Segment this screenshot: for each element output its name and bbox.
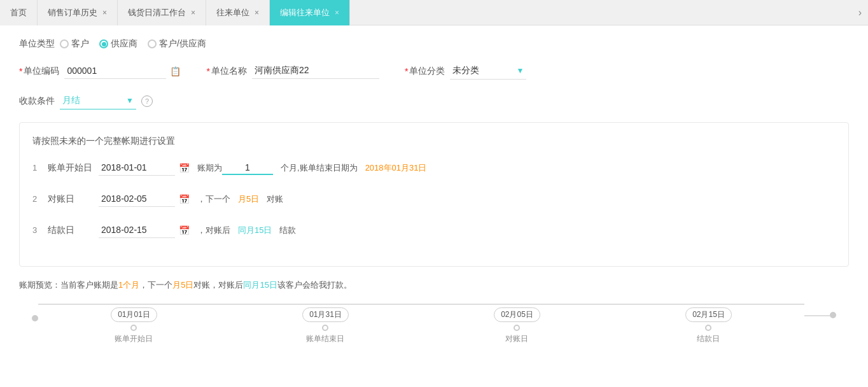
radio-supplier-label: 供应商 xyxy=(111,38,137,50)
unit-category-group: * 单位分类 未分类 ▼ xyxy=(405,62,526,80)
preview-part2-prefix: ，下一个 xyxy=(139,280,172,290)
preview-part4: 该客户会给我打款。 xyxy=(277,280,352,290)
preview-label: 账期预览：当前客户账期是 xyxy=(19,280,118,290)
timeline-spacer-1 xyxy=(38,304,230,305)
preview-text: 账期预览：当前客户账期是1个月，下一个月5日对账，对账后同月15日该客户会给我打… xyxy=(19,279,849,291)
tab-expand-icon[interactable]: › xyxy=(852,7,868,18)
timeline-spacer-4 xyxy=(613,304,804,305)
payment-condition-label: 收款条件 xyxy=(19,95,55,107)
period-label-1: 账单开始日 xyxy=(48,162,99,174)
radio-both[interactable]: 客户/供应商 xyxy=(148,38,206,50)
tab-sales-history-label: 销售订单历史 xyxy=(48,7,97,18)
payment-condition-select[interactable]: 月结 ▼ xyxy=(60,92,136,109)
unit-name-required: * xyxy=(206,66,209,76)
period-num-1: 1 xyxy=(32,163,48,172)
tab-bar: 首页 销售订单历史 × 钱货日清工作台 × 往来单位 × 编辑往来单位 × › xyxy=(0,0,868,25)
timeline-node-3: 02月05日 对账日 xyxy=(494,307,540,344)
unit-type-label: 单位类型 xyxy=(19,38,55,50)
timeline-line-1 xyxy=(38,304,230,305)
preview-part2: 月5日 xyxy=(172,280,193,290)
period-row-3: 3 结款日 📅 ，对账后 同月15日 结款 xyxy=(32,222,829,238)
tab-edit-partner[interactable]: 编辑往来单位 × xyxy=(270,0,350,25)
unit-category-select[interactable]: 未分类 ▼ xyxy=(450,62,526,80)
help-icon[interactable]: ? xyxy=(141,95,153,107)
timeline-node-2-dot xyxy=(322,325,328,331)
preview-part3: 同月15日 xyxy=(243,280,277,290)
timeline-line-3 xyxy=(421,304,613,305)
timeline-right-dot-wrapper xyxy=(830,312,836,318)
period-date-input-2[interactable] xyxy=(99,191,175,207)
timeline-spacer-2 xyxy=(230,304,421,305)
radio-customer[interactable]: 客户 xyxy=(60,38,89,50)
unit-code-group: * 单位编码 📋 xyxy=(19,63,181,79)
timeline-line-2 xyxy=(230,304,421,305)
period-desc-suffix-1: 个月,账单结束日期为 xyxy=(281,162,358,174)
radio-supplier-circle xyxy=(99,39,108,48)
timeline-node-1-label: 01月01日 xyxy=(111,307,157,322)
timeline-node-2: 01月31日 账单结束日 xyxy=(302,307,349,344)
timeline-node-1: 01月01日 账单开始日 xyxy=(111,307,157,344)
tab-sales-history[interactable]: 销售订单历史 × xyxy=(38,0,118,25)
tab-cash-work-close[interactable]: × xyxy=(191,8,195,17)
period-cal-icon-3[interactable]: 📅 xyxy=(179,225,190,236)
timeline-node-1-dot xyxy=(130,325,137,331)
timeline-end-line xyxy=(804,315,830,316)
period-desc-suffix-3: 结款 xyxy=(279,225,296,236)
unit-type-radio-group: 客户 供应商 客户/供应商 xyxy=(60,38,206,50)
period-num-input-1[interactable] xyxy=(222,161,273,175)
period-desc-suffix-2: 对账 xyxy=(267,194,283,205)
period-row-1: 1 账单开始日 📅 账期为 个月,账单结束日期为 2018年01月31日 xyxy=(32,160,829,176)
timeline-line-4 xyxy=(613,304,804,305)
radio-both-label: 客户/供应商 xyxy=(159,38,206,50)
timeline-node-3-wrapper: 02月05日 对账日 xyxy=(421,304,613,344)
timeline-node-4-desc: 结款日 xyxy=(697,334,720,344)
period-desc-prefix-2: ，下一个 xyxy=(197,194,230,205)
tab-home[interactable]: 首页 xyxy=(0,0,38,25)
radio-both-circle xyxy=(148,39,157,48)
preview-part1: 1个月 xyxy=(118,280,139,290)
preview-section: 账期预览：当前客户账期是1个月，下一个月5日对账，对账后同月15日该客户会给我打… xyxy=(19,279,849,344)
radio-supplier[interactable]: 供应商 xyxy=(99,38,137,50)
preview-part3-prefix: 对账，对账后 xyxy=(193,280,243,290)
timeline-node-3-desc: 对账日 xyxy=(505,334,528,344)
period-cal-icon-2[interactable]: 📅 xyxy=(179,194,190,204)
period-highlight-3: 同月15日 xyxy=(238,225,272,236)
tab-home-label: 首页 xyxy=(10,7,27,18)
tab-partner-close[interactable]: × xyxy=(255,8,259,17)
period-num-2: 2 xyxy=(32,194,48,204)
unit-category-arrow: ▼ xyxy=(516,66,524,75)
payment-condition-row: 收款条件 月结 ▼ ? xyxy=(19,92,849,109)
radio-customer-label: 客户 xyxy=(71,38,89,50)
radio-customer-circle xyxy=(60,39,69,48)
unit-type-row: 单位类型 客户 供应商 客户/供应商 xyxy=(19,38,849,50)
main-content: 单位类型 客户 供应商 客户/供应商 * 单位编码 📋 xyxy=(0,25,868,387)
unit-category-value: 未分类 xyxy=(452,65,511,76)
tab-cash-work[interactable]: 钱货日清工作台 × xyxy=(118,0,206,25)
timeline: 01月01日 账单开始日 01月31日 账单结束日 xyxy=(19,304,849,344)
unit-code-calendar-icon[interactable]: 📋 xyxy=(170,66,181,76)
period-settings-title: 请按照未来的一个完整帐期进行设置 xyxy=(32,136,829,147)
period-num-3: 3 xyxy=(32,225,48,235)
unit-code-input-wrapper: 📋 xyxy=(64,63,181,79)
period-highlight-2: 月5日 xyxy=(238,194,259,205)
timeline-node-2-label: 01月31日 xyxy=(302,307,349,322)
timeline-right-wrapper xyxy=(804,315,830,316)
period-desc-prefix-3: ，对账后 xyxy=(197,225,230,236)
timeline-end-dot xyxy=(830,312,836,318)
timeline-node-4: 02月15日 结款日 xyxy=(685,307,732,344)
tab-edit-partner-close[interactable]: × xyxy=(335,8,339,17)
unit-name-input[interactable] xyxy=(252,63,379,79)
payment-condition-arrow: ▼ xyxy=(126,96,134,105)
unit-code-input[interactable] xyxy=(64,63,166,79)
period-date-input-3[interactable] xyxy=(99,222,175,238)
timeline-node-3-dot xyxy=(514,325,520,331)
tab-partner[interactable]: 往来单位 × xyxy=(206,0,270,25)
unit-code-required: * xyxy=(19,66,22,76)
tab-sales-history-close[interactable]: × xyxy=(102,8,107,17)
timeline-node-2-desc: 账单结束日 xyxy=(306,334,344,344)
timeline-spacer-3 xyxy=(421,304,613,305)
timeline-node-4-dot xyxy=(705,325,711,331)
period-cal-icon-1[interactable]: 📅 xyxy=(179,163,190,173)
period-date-input-1[interactable] xyxy=(99,160,175,176)
tab-partner-label: 往来单位 xyxy=(216,7,249,18)
